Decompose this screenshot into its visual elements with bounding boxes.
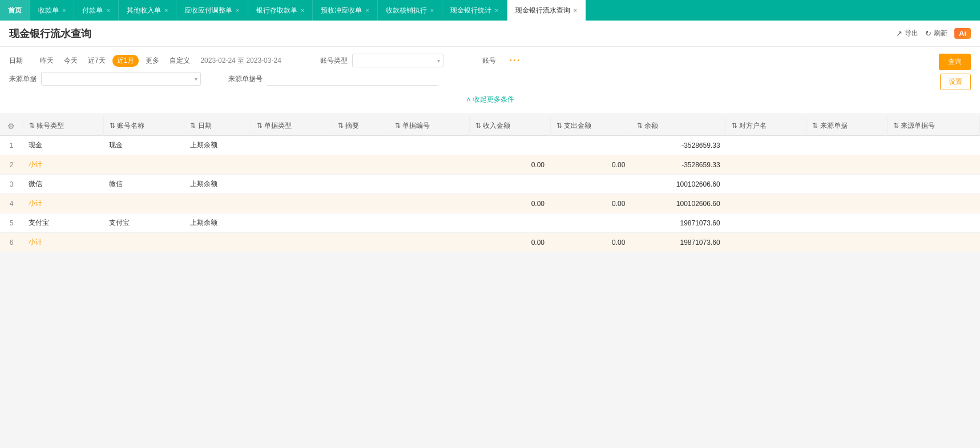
account-type-label: 账号类型	[320, 56, 348, 66]
source-doc-select[interactable]	[41, 72, 201, 86]
row-source-doc-no	[887, 175, 979, 194]
row-doc-no	[389, 136, 469, 155]
row-doc-type	[251, 233, 332, 252]
row-expense	[550, 136, 631, 155]
table-row: 1现金现金上期余额-3528659.33	[0, 136, 980, 155]
refresh-button[interactable]: ↻ 刷新	[925, 29, 947, 38]
row-income	[470, 175, 550, 194]
row-index: 5	[0, 213, 23, 233]
export-icon: ↗	[896, 29, 902, 38]
source-doc-no-input[interactable]	[267, 72, 438, 86]
row-summary	[332, 194, 389, 213]
col-source-doc-no[interactable]: ⇅ 来源单据号	[887, 116, 979, 136]
col-account-type[interactable]: ⇅ 账号类型	[23, 116, 103, 136]
date-label: 日期	[9, 56, 32, 66]
col-settings[interactable]: ⚙	[0, 116, 23, 136]
date-opt-custom[interactable]: 自定义	[166, 55, 193, 67]
ai-button[interactable]: Ai	[954, 28, 971, 39]
collapse-button[interactable]: ∧ 收起更多条件	[9, 92, 971, 107]
nav-label-cash-stat: 现金银行统计	[450, 6, 491, 15]
row-doc-no	[389, 233, 469, 252]
row-index: 2	[0, 155, 23, 175]
table-row: 5支付宝支付宝上期余额19871073.60	[0, 213, 980, 233]
close-ar-ap-adjust-icon[interactable]: ×	[236, 7, 239, 14]
nav-item-cash-flow[interactable]: 现金银行流水查询 ×	[507, 0, 586, 21]
col-account-name[interactable]: ⇅ 账号名称	[103, 116, 184, 136]
col-doc-no[interactable]: ⇅ 单据编号	[389, 116, 469, 136]
nav-item-advance-offset[interactable]: 预收冲应收单 ×	[313, 0, 377, 21]
nav-item-bank-deposit[interactable]: 银行存取款单 ×	[248, 0, 313, 21]
row-account-type: 现金	[23, 136, 103, 155]
close-bank-deposit-icon[interactable]: ×	[301, 7, 304, 14]
row-doc-type	[251, 155, 332, 175]
date-opt-1month[interactable]: 近1月	[112, 55, 139, 67]
col-counterpart[interactable]: ⇅ 对方户名	[726, 116, 806, 136]
nav-label-receipt: 收款单	[38, 6, 59, 15]
date-opt-yesterday[interactable]: 昨天	[37, 55, 57, 67]
nav-item-payment[interactable]: 付款单 ×	[74, 0, 118, 21]
settings-button[interactable]: 设置	[940, 74, 971, 90]
row-expense	[550, 213, 631, 233]
date-opt-today[interactable]: 今天	[61, 55, 81, 67]
account-dots-button[interactable]: ···	[510, 55, 521, 66]
row-doc-type	[251, 194, 332, 213]
col-account-type-label: ⇅ 账号类型	[29, 122, 64, 130]
row-balance: -3528659.33	[631, 136, 725, 155]
row-source-doc	[806, 213, 887, 233]
nav-item-ar-ap-adjust[interactable]: 应收应付调整单 ×	[176, 0, 248, 21]
col-income[interactable]: ⇅ 收入金额	[470, 116, 550, 136]
query-button[interactable]: 查询	[939, 54, 971, 70]
close-cash-stat-icon[interactable]: ×	[495, 7, 498, 14]
column-settings-icon[interactable]: ⚙	[7, 122, 15, 131]
row-index: 4	[0, 194, 23, 213]
row-summary	[332, 233, 389, 252]
account-type-select[interactable]: 现金 微信 支付宝	[352, 54, 443, 67]
row-counterpart	[726, 155, 806, 175]
col-balance[interactable]: ⇅ 余额	[631, 116, 725, 136]
nav-item-home[interactable]: 首页	[0, 0, 30, 21]
nav-label-other-income: 其他收入单	[127, 6, 161, 15]
date-opt-more[interactable]: 更多	[142, 55, 163, 67]
row-balance: 19871073.60	[631, 233, 725, 252]
account-type-wrapper: 现金 微信 支付宝 ▾	[352, 54, 443, 67]
page-title: 现金银行流水查询	[9, 27, 91, 41]
col-expense-label: ⇅ 支出金额	[556, 122, 591, 130]
col-source-doc-label: ⇅ 来源单据	[812, 122, 847, 130]
col-source-doc[interactable]: ⇅ 来源单据	[806, 116, 887, 136]
row-account-type: 支付宝	[23, 213, 103, 233]
nav-label-cash-flow: 现金银行流水查询	[515, 6, 570, 15]
nav-item-cash-stat[interactable]: 现金银行统计 ×	[442, 0, 507, 21]
row-index: 1	[0, 136, 23, 155]
row-date	[184, 194, 251, 213]
row-counterpart	[726, 136, 806, 155]
col-summary[interactable]: ⇅ 摘要	[332, 116, 389, 136]
close-other-income-icon[interactable]: ×	[164, 7, 168, 14]
row-source-doc-no	[887, 155, 979, 175]
close-payment-icon[interactable]: ×	[106, 7, 110, 14]
row-account-type: 小计	[23, 233, 103, 252]
table-container: ⚙ ⇅ 账号类型 ⇅ 账号名称 ⇅ 日期 ⇅ 单据类型 ⇅ 摘要	[0, 116, 980, 252]
col-expense[interactable]: ⇅ 支出金额	[550, 116, 631, 136]
nav-item-receipt[interactable]: 收款单 ×	[30, 0, 74, 21]
close-cash-flow-icon[interactable]: ×	[574, 7, 577, 14]
row-counterpart	[726, 213, 806, 233]
row-index: 6	[0, 233, 23, 252]
row-income: 0.00	[470, 233, 550, 252]
date-range-display: 2023-02-24 至 2023-03-24	[200, 56, 281, 66]
close-writeoff-icon[interactable]: ×	[430, 7, 434, 14]
refresh-icon: ↻	[925, 29, 931, 38]
col-doc-type[interactable]: ⇅ 单据类型	[251, 116, 332, 136]
nav-item-other-income[interactable]: 其他收入单 ×	[119, 0, 176, 21]
close-receipt-icon[interactable]: ×	[62, 7, 66, 14]
row-source-doc-no	[887, 233, 979, 252]
close-advance-offset-icon[interactable]: ×	[365, 7, 369, 14]
date-opt-7days[interactable]: 近7天	[84, 55, 109, 67]
nav-item-writeoff[interactable]: 收款核销执行 ×	[378, 0, 442, 21]
col-summary-label: ⇅ 摘要	[338, 122, 359, 130]
refresh-label: 刷新	[934, 29, 947, 38]
row-income	[470, 136, 550, 155]
nav-label-ar-ap-adjust: 应收应付调整单	[184, 6, 232, 15]
col-date[interactable]: ⇅ 日期	[184, 116, 251, 136]
export-button[interactable]: ↗ 导出	[896, 29, 918, 38]
nav-label-advance-offset: 预收冲应收单	[321, 6, 362, 15]
